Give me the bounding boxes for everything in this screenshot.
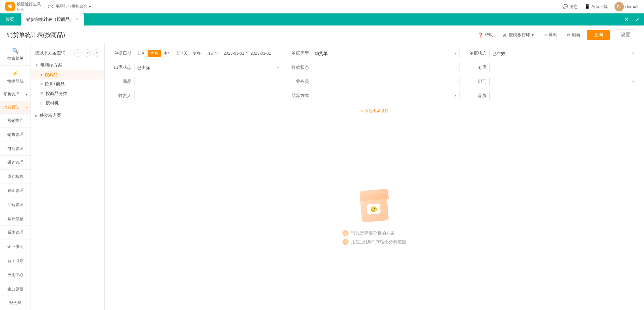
tree-mobile-parent[interactable]: ▶ 移动端方案 (31, 110, 104, 120)
tab-expand-icon[interactable]: ⤢ (633, 15, 641, 23)
sidebar-item-appcenter[interactable]: 应用中心 (0, 268, 31, 282)
salesperson-input[interactable] (312, 77, 460, 86)
tree-desktop: ▼ 电脑端方案 ● 按商品 ≡ 按月+商品 ⊞ 按商品分类 ⊞ 按司机 (31, 59, 104, 109)
sidebar-item-finance[interactable]: 资金管理 (0, 184, 31, 198)
empty-face-icon: 😐 (367, 203, 381, 214)
date-tab-current-month[interactable]: 本月 (148, 50, 161, 57)
user-profile[interactable]: Ea demo2 (614, 2, 639, 11)
sidebar-item-sales[interactable]: 销售管理 (0, 128, 31, 142)
settle-select-wrapper (312, 91, 460, 100)
add-scheme-button[interactable]: + (74, 49, 82, 57)
tab-close-window-icon[interactable]: ✕ (623, 15, 631, 23)
date-tab-custom[interactable]: 自定义 (204, 50, 221, 57)
sidebar-item-retail[interactable]: 零售管理 ▾ (0, 88, 31, 101)
message-button[interactable]: 💬 消息 (562, 4, 578, 10)
industry-selector[interactable]: 办公用品行业模拟账套 ▾ (47, 4, 91, 9)
filter-doc-status: 单据状态 已生效 (467, 49, 637, 58)
refresh-icon: ↺ (567, 33, 570, 38)
collapse-conditions-button[interactable]: ∧ 收起更多条件 (111, 105, 637, 116)
goods-input[interactable] (134, 77, 282, 86)
sidebar-item-basic-info[interactable]: 基础信息 (0, 212, 31, 226)
sidebar-item-marketing[interactable]: 营销推广 (0, 114, 31, 128)
goods-input-wrapper: ··· (134, 77, 282, 86)
tree-child-by-month-goods[interactable]: ≡ 按月+商品 (31, 80, 104, 89)
goods-label: 商品 (111, 79, 131, 85)
salesperson-input-wrapper: ··· (312, 77, 460, 86)
right-panel: 单据日期 上月 本月 本年 近7天 更多 自定义 2023-03-01 至 20… (105, 43, 644, 310)
sidebar-item-enterprise[interactable]: 企业协同 (0, 240, 31, 254)
help-button[interactable]: ❓ 帮助 (475, 31, 496, 39)
help-icon: ❓ (478, 33, 483, 38)
settle-select[interactable] (312, 91, 460, 100)
doc-status-select[interactable]: 已生效 (489, 49, 637, 58)
sidebar-item-wechat[interactable]: 企业微信 (0, 282, 31, 296)
warehouse-input[interactable] (489, 63, 637, 72)
sidebar-item-operations[interactable]: 经营管理 (0, 198, 31, 212)
tip-num-1: 1 (342, 230, 348, 236)
refresh-scheme-button[interactable]: ⟳ (84, 49, 91, 57)
sidebar-item-quick-nav[interactable]: ⚡ 快捷导航 (0, 66, 31, 88)
tab-bar: 首页 销货单统计表（按商品） × ✕ ⤢ (0, 13, 644, 25)
sidebar-item-inventory[interactable]: 库存核算 (0, 170, 31, 184)
tree-child-by-goods[interactable]: ● 按商品 (31, 70, 104, 80)
tree-child-by-category[interactable]: ⊞ 按商品分类 (31, 89, 104, 98)
inner-content: 按以下方案查询 + ⟳ « ▼ 电脑端方案 ● 按商品 ≡ 按月 (31, 43, 644, 310)
doc-status-label: 单据状态 (467, 50, 487, 56)
main-content: 🔍 搜索菜单 ⚡ 快捷导航 零售管理 ▾ 批发管理 ▴ 营销推广 销售管理 电商… (0, 43, 644, 310)
sidebar-item-ecommerce[interactable]: 电商管理 (0, 142, 31, 156)
out-status-select[interactable]: 已出库 (134, 63, 282, 72)
tab-home[interactable]: 首页 (0, 13, 19, 25)
filter-warehouse: 仓库 ··· (467, 63, 637, 72)
tab-active[interactable]: 销货单统计表（按商品） × (21, 13, 84, 25)
brand-input[interactable] (489, 91, 637, 100)
date-tab-last-month[interactable]: 上月 (134, 50, 148, 57)
sidebar-item-search[interactable]: 🔍 搜索菜单 (0, 43, 31, 66)
top-header: 畅 畅捷通好生意 标版 | 办公用品行业模拟账套 ▾ 💬 消息 📱 App下载 … (0, 0, 644, 13)
date-tab-more[interactable]: 更多 (190, 50, 204, 57)
tab-close-icon[interactable]: × (76, 17, 78, 21)
empty-illustration: 😐 (354, 185, 394, 225)
search-icon: 🔍 (12, 47, 19, 55)
goods-dots-button[interactable]: ··· (277, 79, 281, 84)
empty-state: 😐 1 请先选择要分析的方案 2 用[过滤]条件来缩小分析范围 (105, 122, 644, 310)
doc-type-select[interactable]: 销货单 (312, 49, 460, 58)
salesperson-dots-button[interactable]: ··· (454, 79, 459, 84)
header-left: 畅 畅捷通好生意 标版 | 办公用品行业模拟账套 ▾ (5, 1, 91, 12)
tree-child-by-driver[interactable]: ⊞ 按司机 (31, 98, 104, 108)
setting-button[interactable]: 设置 (614, 30, 637, 40)
tree-item-icon-2: ≡ (40, 82, 43, 87)
sidebar-item-system[interactable]: 系统管理 (0, 226, 31, 240)
date-tab-7days[interactable]: 近7天 (174, 50, 190, 57)
print-dropdown-icon: ▾ (532, 33, 534, 38)
filter-row-1: 单据日期 上月 本月 本年 近7天 更多 自定义 2023-03-01 至 20… (111, 49, 637, 58)
tree-desktop-parent[interactable]: ▼ 电脑端方案 (31, 60, 104, 70)
warehouse-dots-button[interactable]: ··· (632, 65, 636, 70)
app-download-button[interactable]: 📱 App下载 (585, 4, 608, 10)
print-button[interactable]: 🖨 按模板打印 ▾ (500, 31, 537, 39)
refresh-button[interactable]: ↺ 刷新 (564, 31, 583, 39)
date-range-display: 2023-03-01 至 2023-03-31 (224, 51, 271, 56)
export-button[interactable]: ↗ 导出 (541, 31, 560, 39)
sidebar-item-wholesale[interactable]: 批发管理 ▴ (0, 101, 31, 114)
dept-label: 部门 (467, 79, 487, 85)
app-icon: 📱 (585, 4, 590, 9)
sidebar-item-purchase[interactable]: 采购管理 (0, 156, 31, 170)
receipt-status-dots-button[interactable]: ··· (454, 65, 459, 70)
industry-dropdown-icon: ▾ (89, 4, 91, 9)
dept-select[interactable] (489, 77, 637, 86)
page-actions: ❓ 帮助 🖨 按模板打印 ▾ ↗ 导出 ↺ 刷新 查询 设置 (475, 30, 637, 40)
query-button[interactable]: 查询 (587, 30, 610, 40)
receipt-status-label: 收款状态 (289, 64, 309, 70)
empty-tip-1: 1 请先选择要分析的方案 (342, 230, 406, 236)
date-tab-current-year[interactable]: 本年 (161, 50, 174, 57)
filter-out-status: 出库状态 已出库 (111, 63, 282, 72)
filter-brand: 品牌 ··· (467, 91, 637, 100)
brand-dots-button[interactable]: ··· (632, 93, 636, 98)
sidebar-item-guide[interactable]: 新手引导 (0, 254, 31, 268)
receiver-input[interactable] (134, 91, 282, 100)
tree-collapse-icon: ▶ (35, 114, 38, 117)
sidebar-item-member[interactable]: 畅会员 (0, 296, 31, 310)
receiver-dots-button[interactable]: ··· (277, 93, 281, 98)
receipt-status-input[interactable] (312, 63, 460, 72)
collapse-panel-button[interactable]: « (93, 49, 100, 57)
